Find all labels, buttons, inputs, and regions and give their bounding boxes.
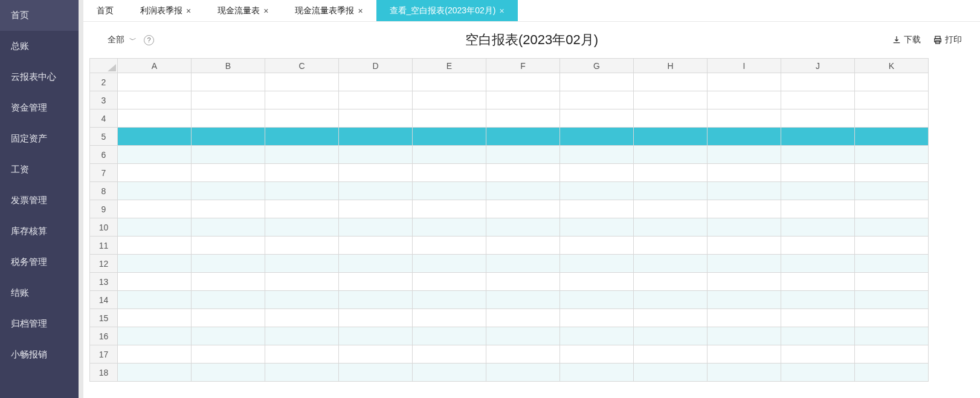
cell-K16[interactable]: [855, 327, 929, 345]
cell-E3[interactable]: [413, 91, 486, 109]
cell-K10[interactable]: [855, 218, 929, 237]
cell-D17[interactable]: [339, 345, 413, 364]
cell-C3[interactable]: [265, 91, 339, 109]
tab-1[interactable]: 利润表季报×: [127, 0, 204, 21]
close-icon[interactable]: ×: [263, 7, 268, 15]
cell-J4[interactable]: [781, 109, 855, 128]
cell-E17[interactable]: [413, 345, 486, 364]
cell-A8[interactable]: [118, 182, 192, 200]
cell-H17[interactable]: [634, 345, 708, 364]
cell-E9[interactable]: [413, 200, 486, 218]
cell-H5[interactable]: [634, 128, 708, 146]
cell-B18[interactable]: [192, 364, 265, 382]
cell-E15[interactable]: [413, 309, 486, 327]
sidebar-item-4[interactable]: 固定资产: [0, 123, 79, 154]
select-all-cell[interactable]: [90, 59, 118, 73]
spreadsheet[interactable]: ABCDEFGHIJK23456789101112131415161718: [89, 58, 980, 398]
download-button[interactable]: 下载: [892, 34, 921, 45]
cell-F18[interactable]: [486, 364, 560, 382]
cell-G17[interactable]: [560, 345, 634, 364]
cell-F6[interactable]: [486, 146, 560, 164]
cell-K5[interactable]: [855, 128, 929, 146]
cell-J8[interactable]: [781, 182, 855, 200]
cell-E14[interactable]: [413, 291, 486, 309]
cell-G15[interactable]: [560, 309, 634, 327]
cell-F4[interactable]: [486, 109, 560, 128]
cell-B7[interactable]: [192, 164, 265, 182]
cell-I7[interactable]: [708, 164, 781, 182]
cell-G5[interactable]: [560, 128, 634, 146]
cell-D2[interactable]: [339, 73, 413, 91]
row-header-4[interactable]: 4: [90, 109, 118, 128]
cell-I9[interactable]: [708, 200, 781, 218]
sidebar-item-7[interactable]: 库存核算: [0, 216, 79, 247]
cell-A5[interactable]: [118, 128, 192, 146]
cell-F16[interactable]: [486, 327, 560, 345]
cell-I10[interactable]: [708, 218, 781, 237]
cell-G12[interactable]: [560, 255, 634, 273]
cell-K2[interactable]: [855, 73, 929, 91]
col-header-I[interactable]: I: [708, 59, 781, 73]
help-icon[interactable]: ?: [144, 35, 154, 45]
tab-3[interactable]: 现金流量表季报×: [282, 0, 376, 21]
cell-I13[interactable]: [708, 273, 781, 291]
sidebar-item-8[interactable]: 税务管理: [0, 247, 79, 278]
cell-E12[interactable]: [413, 255, 486, 273]
cell-D16[interactable]: [339, 327, 413, 345]
cell-B2[interactable]: [192, 73, 265, 91]
cell-G4[interactable]: [560, 109, 634, 128]
cell-A15[interactable]: [118, 309, 192, 327]
cell-E2[interactable]: [413, 73, 486, 91]
cell-D12[interactable]: [339, 255, 413, 273]
cell-B6[interactable]: [192, 146, 265, 164]
cell-C18[interactable]: [265, 364, 339, 382]
cell-G13[interactable]: [560, 273, 634, 291]
cell-J2[interactable]: [781, 73, 855, 91]
sidebar-item-0[interactable]: 首页: [0, 0, 79, 31]
cell-F10[interactable]: [486, 218, 560, 237]
cell-C5[interactable]: [265, 128, 339, 146]
cell-F9[interactable]: [486, 200, 560, 218]
cell-H7[interactable]: [634, 164, 708, 182]
cell-D7[interactable]: [339, 164, 413, 182]
cell-E8[interactable]: [413, 182, 486, 200]
cell-F14[interactable]: [486, 291, 560, 309]
cell-B3[interactable]: [192, 91, 265, 109]
cell-I18[interactable]: [708, 364, 781, 382]
sidebar-item-2[interactable]: 云报表中心: [0, 62, 79, 93]
cell-J11[interactable]: [781, 237, 855, 255]
cell-F5[interactable]: [486, 128, 560, 146]
col-header-J[interactable]: J: [781, 59, 855, 73]
cell-F11[interactable]: [486, 237, 560, 255]
cell-C10[interactable]: [265, 218, 339, 237]
cell-G14[interactable]: [560, 291, 634, 309]
cell-K13[interactable]: [855, 273, 929, 291]
row-header-15[interactable]: 15: [90, 309, 118, 327]
cell-K7[interactable]: [855, 164, 929, 182]
cell-F3[interactable]: [486, 91, 560, 109]
cell-C11[interactable]: [265, 237, 339, 255]
row-header-10[interactable]: 10: [90, 218, 118, 237]
cell-J10[interactable]: [781, 218, 855, 237]
row-header-8[interactable]: 8: [90, 182, 118, 200]
cell-D6[interactable]: [339, 146, 413, 164]
col-header-H[interactable]: H: [634, 59, 708, 73]
cell-H10[interactable]: [634, 218, 708, 237]
cell-H9[interactable]: [634, 200, 708, 218]
cell-C15[interactable]: [265, 309, 339, 327]
cell-H16[interactable]: [634, 327, 708, 345]
cell-C7[interactable]: [265, 164, 339, 182]
close-icon[interactable]: ×: [499, 7, 504, 15]
cell-K9[interactable]: [855, 200, 929, 218]
cell-D14[interactable]: [339, 291, 413, 309]
sidebar-item-11[interactable]: 小畅报销: [0, 339, 79, 370]
tab-4[interactable]: 查看_空白报表(2023年02月)×: [376, 0, 518, 21]
cell-I3[interactable]: [708, 91, 781, 109]
cell-H3[interactable]: [634, 91, 708, 109]
sidebar-item-3[interactable]: 资金管理: [0, 93, 79, 123]
close-icon[interactable]: ×: [186, 7, 191, 15]
filter-dropdown[interactable]: 全部: [108, 34, 124, 45]
cell-J13[interactable]: [781, 273, 855, 291]
cell-E4[interactable]: [413, 109, 486, 128]
cell-I2[interactable]: [708, 73, 781, 91]
